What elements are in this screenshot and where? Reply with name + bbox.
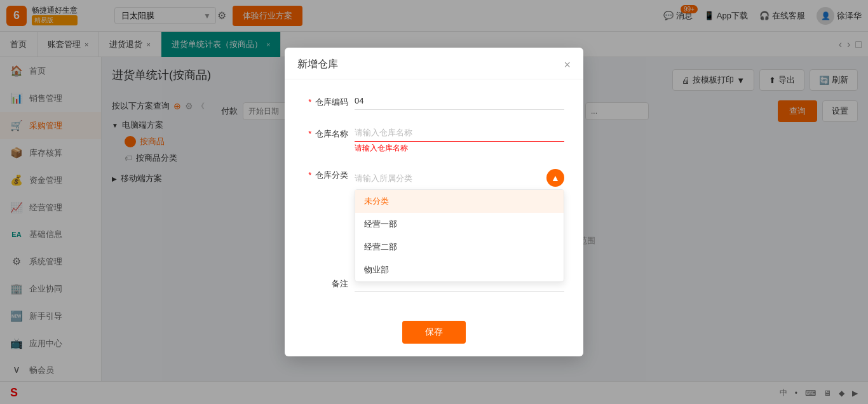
- dropdown-item-3[interactable]: 物业部: [355, 259, 564, 281]
- classify-input-row: ▲: [355, 165, 564, 191]
- classify-label: * 仓库分类: [304, 165, 355, 185]
- modal-body: * 仓库编码 * 仓库名称 请输入仓库名称 * 仓库分类: [285, 79, 583, 318]
- dropdown-item-1[interactable]: 经营一部: [355, 213, 564, 236]
- classify-input[interactable]: [355, 173, 546, 183]
- classify-wrap: ▲ 未分类 经营一部 经营二部 物业部: [355, 165, 564, 191]
- dropdown-item-2[interactable]: 经营二部: [355, 236, 564, 259]
- classify-toggle-button[interactable]: ▲: [546, 169, 564, 187]
- dropdown-item-0[interactable]: 未分类: [355, 190, 564, 213]
- name-input[interactable]: [355, 124, 564, 142]
- name-error-msg: 请输入仓库名称: [355, 143, 564, 154]
- name-field-wrap: 请输入仓库名称: [355, 124, 564, 154]
- modal-save-button[interactable]: 保存: [402, 321, 466, 344]
- modal-header: 新增仓库 ×: [285, 48, 583, 79]
- name-field-row: * 仓库名称 请输入仓库名称: [304, 124, 564, 154]
- code-field-row: * 仓库编码: [304, 92, 564, 112]
- add-warehouse-modal: 新增仓库 × * 仓库编码 * 仓库名称 请输入仓库名称: [285, 48, 583, 356]
- modal-title: 新增仓库: [297, 58, 338, 71]
- classify-dropdown: 未分类 经营一部 经营二部 物业部: [355, 189, 564, 282]
- classify-field-row: * 仓库分类 ▲ 未分类 经营一部 经营二部 物业部: [304, 165, 564, 191]
- modal-footer: 保存: [285, 321, 583, 344]
- code-field-wrap: [355, 92, 564, 110]
- code-label: * 仓库编码: [304, 92, 355, 112]
- modal-close-button[interactable]: ×: [564, 59, 571, 71]
- code-input[interactable]: [355, 92, 564, 110]
- note-label: 备注: [304, 274, 355, 294]
- name-label: * 仓库名称: [304, 124, 355, 144]
